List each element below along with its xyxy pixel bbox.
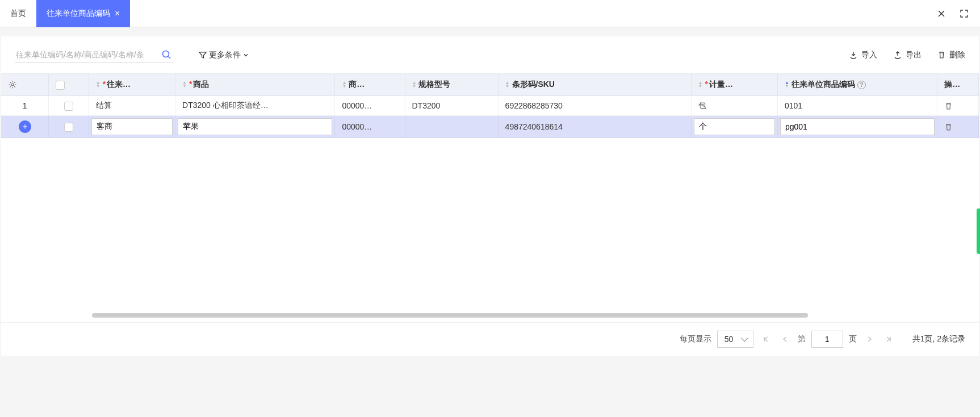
row-index: 1 (1, 96, 49, 116)
row-delete-button[interactable] (944, 123, 971, 131)
cell-partner (89, 116, 175, 138)
search-icon[interactable] (161, 49, 171, 60)
per-page-value: 50 (724, 335, 734, 344)
table-row: ＋ 00000… 4987240618614 (1, 116, 979, 138)
checkbox-all[interactable] (56, 81, 65, 90)
column-partner[interactable]: ▲▼*往来… (89, 74, 175, 96)
tab-home[interactable]: 首页 (0, 0, 36, 27)
cell-uom[interactable]: 包 (692, 96, 778, 116)
cell-partner[interactable]: 结算 (89, 96, 175, 116)
cell-product-code[interactable]: 00000… (335, 96, 405, 116)
column-operation: 操… (937, 74, 979, 96)
toolbar: 更多条件 导入 导出 (1, 36, 979, 73)
cell-product-code[interactable]: 00000… (335, 116, 405, 138)
import-icon (849, 51, 858, 60)
scrollbar-thumb[interactable] (92, 313, 808, 318)
table-row: 1 结算 DT3200 心相印茶语经… 00000… DT3200 692286… (1, 96, 979, 116)
side-handle[interactable] (977, 208, 980, 254)
page-prefix: 第 (798, 334, 806, 344)
column-product[interactable]: ▲▼*商品 (175, 74, 335, 96)
fullscreen-icon[interactable] (957, 7, 971, 20)
cell-partner-code[interactable]: 0101 (778, 96, 937, 116)
column-barcode[interactable]: ▲▼条形码/SKU (499, 74, 692, 96)
cell-spec[interactable] (405, 116, 499, 138)
per-page-label: 每页显示 (680, 334, 711, 344)
page-last-button[interactable] (882, 332, 895, 346)
page-first-button[interactable] (759, 332, 773, 346)
cell-product[interactable]: DT3200 心相印茶语经… (175, 96, 335, 116)
sort-icon: ▲▼ (342, 81, 346, 88)
tab-active-label: 往来单位商品编码 (47, 9, 110, 19)
help-icon[interactable]: ? (857, 81, 866, 89)
column-partner-label: 往来… (107, 80, 131, 89)
column-product-code-label: 商… (349, 80, 365, 89)
more-conditions-button[interactable]: 更多条件 (199, 50, 249, 60)
column-product-code[interactable]: ▲▼商… (335, 74, 405, 96)
horizontal-scrollbar[interactable] (92, 313, 965, 319)
import-button[interactable]: 导入 (849, 50, 877, 60)
sort-icon: ▲▼ (785, 81, 789, 88)
page-next-button[interactable] (862, 332, 876, 346)
search-input[interactable] (15, 47, 174, 62)
partner-code-input[interactable] (780, 118, 935, 135)
tab-partner-product-code[interactable]: 往来单位商品编码 × (36, 0, 130, 27)
uom-input[interactable] (694, 118, 775, 135)
column-settings[interactable] (1, 74, 49, 96)
table-header-row: ▲▼*往来… ▲▼*商品 ▲▼商… ▲▼规格型号 ▲▼条形码/SKU ▲▼*计量… (1, 74, 979, 96)
column-spec-label: 规格型号 (418, 80, 450, 89)
svg-point-1 (11, 84, 14, 86)
cell-partner-code (778, 116, 937, 138)
tab-home-label: 首页 (10, 9, 26, 19)
column-barcode-label: 条形码/SKU (512, 80, 555, 89)
column-uom[interactable]: ▲▼*计量… (692, 74, 778, 96)
table-container: ▲▼*往来… ▲▼*商品 ▲▼商… ▲▼规格型号 ▲▼条形码/SKU ▲▼*计量… (1, 73, 979, 308)
column-partner-code-label: 往来单位商品编码 (791, 80, 855, 89)
export-icon (893, 51, 902, 60)
more-conditions-label: 更多条件 (209, 50, 241, 60)
pagination: 每页显示 50 第 页 共1页, 2条记录 (1, 322, 979, 356)
sort-icon: ▲▼ (505, 81, 510, 88)
column-uom-label: 计量… (709, 80, 733, 89)
required-star: * (103, 80, 106, 89)
cell-operation (937, 116, 979, 138)
partner-input[interactable] (91, 118, 173, 135)
sort-icon: ▲▼ (96, 81, 100, 88)
row-checkbox-cell (49, 96, 89, 116)
column-checkbox-all[interactable] (49, 74, 89, 96)
page-prev-button[interactable] (778, 332, 792, 346)
product-input[interactable] (178, 118, 332, 135)
sort-icon: ▲▼ (412, 81, 417, 88)
required-star: * (189, 80, 192, 89)
row-delete-button[interactable] (944, 102, 971, 110)
sort-icon: ▲▼ (182, 81, 187, 88)
close-icon[interactable]: × (115, 9, 120, 19)
cell-barcode[interactable]: 4987240618614 (499, 116, 692, 138)
cell-spec[interactable]: DT3200 (405, 96, 499, 116)
row-checkbox[interactable] (64, 102, 73, 111)
column-operation-label: 操… (944, 80, 960, 89)
export-button[interactable]: 导出 (893, 50, 922, 60)
column-spec[interactable]: ▲▼规格型号 (405, 74, 499, 96)
delete-label: 删除 (949, 50, 965, 60)
filter-icon (199, 51, 207, 59)
chevron-down-icon (243, 52, 249, 58)
add-row-button[interactable]: ＋ (19, 120, 31, 133)
cell-barcode[interactable]: 6922868285730 (499, 96, 692, 116)
per-page-select[interactable]: 50 (717, 331, 753, 348)
cell-uom (692, 116, 778, 138)
column-product-label: 商品 (193, 80, 209, 89)
page-summary: 共1页, 2条记录 (912, 334, 965, 344)
tabs-bar: 首页 往来单位商品编码 × (0, 0, 980, 27)
page-input[interactable] (811, 331, 843, 348)
row-checkbox[interactable] (64, 123, 73, 132)
gear-icon (8, 80, 41, 89)
sort-icon: ▲▼ (698, 81, 703, 88)
close-all-icon[interactable] (935, 7, 948, 20)
delete-button[interactable]: 删除 (937, 50, 965, 60)
export-label: 导出 (906, 50, 922, 60)
row-add-cell: ＋ (1, 116, 49, 138)
data-table: ▲▼*往来… ▲▼*商品 ▲▼商… ▲▼规格型号 ▲▼条形码/SKU ▲▼*计量… (1, 74, 979, 138)
column-partner-code[interactable]: ▲▼往来单位商品编码? (778, 74, 937, 96)
content-area: 更多条件 导入 导出 (0, 27, 980, 417)
cell-product (175, 116, 335, 138)
